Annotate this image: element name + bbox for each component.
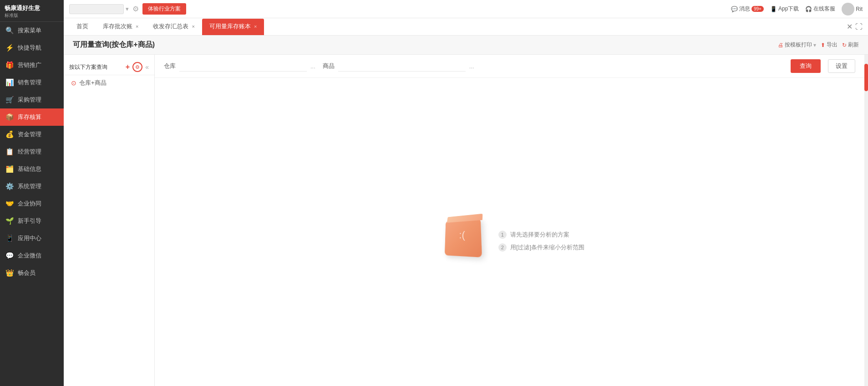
sidebar-item-appcenter[interactable]: 📱 应用中心 [0, 230, 64, 247]
filter-header-label: 按以下方案查询 [69, 63, 107, 71]
tab-inventory-summary-label: 收发存汇总表 [153, 22, 188, 31]
tab-expand-icon[interactable]: ⛶ [855, 23, 863, 31]
topbar-search-input[interactable] [69, 4, 124, 14]
industry-solution-button[interactable]: 体验行业方案 [142, 3, 186, 15]
sidebar-item-label: 畅会员 [18, 269, 36, 277]
query-settings-button[interactable]: 设置 [828, 59, 855, 73]
sidebar-item-member[interactable]: 👑 畅会员 [0, 264, 64, 282]
message-label: 消息 [739, 5, 750, 13]
print-icon: 🖨 [778, 42, 783, 48]
user-profile[interactable]: Rit [842, 3, 863, 15]
sidebar-scroll: 🔍 搜索菜单 ⚡ 快捷导航 🎁 营销推广 📊 销售管理 🛒 采购管理 📦 库存核… [0, 22, 64, 386]
refresh-icon: ↻ [842, 42, 847, 48]
tab-available-ledger-label: 可用量库存账本 [209, 22, 251, 31]
sidebar-item-quicknav[interactable]: ⚡ 快捷导航 [0, 39, 64, 57]
app-download-label: App下载 [778, 5, 799, 13]
sidebar-item-enterprise[interactable]: 🤝 企业协同 [0, 195, 64, 212]
tab-available-ledger-close[interactable]: × [254, 24, 257, 29]
sidebar-item-purchase[interactable]: 🛒 采购管理 [0, 91, 64, 108]
refresh-label: 刷新 [848, 41, 859, 49]
gift-icon: 🎁 [5, 61, 14, 69]
empty-illustration-row: 1 请先选择要分析的方案 2 用[过滤]条件来缩小分析范围 [435, 192, 584, 272]
query-button[interactable]: 查询 [791, 59, 821, 73]
refresh-button[interactable]: ↻ 刷新 [842, 41, 859, 49]
export-label: 导出 [827, 41, 838, 49]
warehouse-field: 仓库 ... [164, 61, 315, 72]
warehouse-input[interactable] [179, 61, 307, 72]
sidebar-item-sales[interactable]: 📊 销售管理 [0, 74, 64, 91]
phone-icon: 📱 [770, 6, 777, 12]
headset-icon: 🎧 [805, 6, 812, 12]
sidebar-item-label: 库存核算 [18, 113, 41, 121]
online-service-label: 在线客服 [813, 5, 835, 13]
message-badge: 99+ [751, 6, 764, 12]
warehouse-more-button[interactable]: ... [310, 63, 315, 70]
right-scrollbar[interactable] [864, 55, 868, 386]
tab-inventory-summary-close[interactable]: × [192, 24, 194, 29]
tab-batch[interactable]: 库存批次账 × [96, 19, 146, 35]
gear-icon: ⚙️ [5, 182, 14, 190]
query-area: 仓库 ... 商品 ... 查询 设置 [155, 55, 864, 386]
sidebar-item-label: 基础信息 [18, 165, 41, 173]
brand-sub: 标准版 [5, 12, 59, 19]
product-input[interactable] [338, 61, 466, 72]
tab-available-ledger[interactable]: 可用量库存账本 × [202, 19, 264, 35]
product-field: 商品 ... [323, 61, 474, 72]
app-download-button[interactable]: 📱 App下载 [770, 5, 799, 13]
filter-header: 按以下方案查询 + ⚙ « [64, 59, 154, 75]
sidebar-item-wechat[interactable]: 💬 企业微信 [0, 247, 64, 264]
export-icon: ⬆ [821, 42, 825, 48]
mobile-icon: 📱 [5, 234, 14, 242]
tab-home[interactable]: 首页 [69, 19, 96, 35]
empty-illustration [435, 210, 489, 265]
print-chevron-icon[interactable]: ▾ [813, 42, 816, 48]
print-button[interactable]: 🖨 按模板打印 ▾ [778, 41, 816, 49]
empty-hint-1: 1 请先选择要分析的方案 [498, 231, 584, 239]
topbar-right: 💬 消息 99+ 📱 App下载 🎧 在线客服 Rit [731, 3, 863, 15]
clipboard-icon: 📋 [5, 148, 14, 156]
online-service-button[interactable]: 🎧 在线客服 [805, 5, 835, 13]
sidebar-item-basic[interactable]: 🗂️ 基础信息 [0, 160, 64, 178]
query-bar: 仓库 ... 商品 ... 查询 设置 [155, 55, 864, 78]
product-more-button[interactable]: ... [469, 63, 474, 70]
export-button[interactable]: ⬆ 导出 [821, 41, 838, 49]
sidebar-item-operation[interactable]: 📋 经营管理 [0, 143, 64, 160]
warehouse-label: 仓库 [164, 62, 176, 70]
sidebar: 畅康通好生意 标准版 🔍 搜索菜单 ⚡ 快捷导航 🎁 营销推广 📊 销售管理 🛒… [0, 0, 64, 386]
empty-hints: 1 请先选择要分析的方案 2 用[过滤]条件来缩小分析范围 [498, 231, 584, 252]
sidebar-item-label: 企业微信 [18, 252, 41, 260]
topbar-settings-icon[interactable]: ⚙ [132, 5, 139, 13]
search-icon: 🔍 [5, 26, 14, 35]
crown-icon: 👑 [5, 269, 14, 277]
sidebar-item-marketing[interactable]: 🎁 营销推广 [0, 57, 64, 74]
right-scrollbar-thumb[interactable] [864, 64, 868, 91]
tab-close-all-icon[interactable]: ✕ [847, 22, 853, 31]
filter-panel: 按以下方案查询 + ⚙ « ⊙ 仓库+商品 [64, 55, 155, 386]
sidebar-item-inventory[interactable]: 📦 库存核算 [0, 108, 64, 126]
sidebar-item-system[interactable]: ⚙️ 系统管理 [0, 178, 64, 195]
message-button[interactable]: 💬 消息 99+ [731, 5, 764, 13]
page-actions: 🖨 按模板打印 ▾ ⬆ 导出 ↻ 刷新 [778, 41, 859, 49]
sidebar-item-finance[interactable]: 💰 资金管理 [0, 126, 64, 143]
filter-add-icon[interactable]: + [126, 63, 130, 71]
main-area: ▾ ⚙ 体验行业方案 💬 消息 99+ 📱 App下载 🎧 在线客服 Rit [64, 0, 868, 386]
chart-icon: 📊 [5, 78, 14, 87]
chat-icon: 💬 [5, 252, 14, 260]
sidebar-item-newbie[interactable]: 🌱 新手引导 [0, 212, 64, 230]
sidebar-item-search[interactable]: 🔍 搜索菜单 [0, 22, 64, 39]
hint-num-2: 2 [498, 243, 507, 252]
filter-header-actions: + ⚙ « [126, 62, 149, 72]
filter-scheme-warehouse-product[interactable]: ⊙ 仓库+商品 [64, 75, 154, 91]
user-name: Rit [856, 6, 863, 12]
tab-batch-close[interactable]: × [136, 24, 138, 29]
sidebar-item-label: 系统管理 [18, 182, 41, 190]
folder-icon: 🗂️ [5, 165, 14, 173]
filter-settings-icon[interactable]: ⚙ [132, 62, 142, 72]
filter-collapse-icon[interactable]: « [145, 63, 149, 71]
sidebar-item-label: 采购管理 [18, 96, 41, 104]
topbar-chevron-icon[interactable]: ▾ [126, 5, 129, 12]
money-icon: 💰 [5, 130, 14, 139]
page-header: 可用量查询(按仓库+商品) 🖨 按模板打印 ▾ ⬆ 导出 ↻ 刷新 [64, 36, 868, 55]
lightning-icon: ⚡ [5, 44, 14, 52]
tab-inventory-summary[interactable]: 收发存汇总表 × [146, 19, 202, 35]
